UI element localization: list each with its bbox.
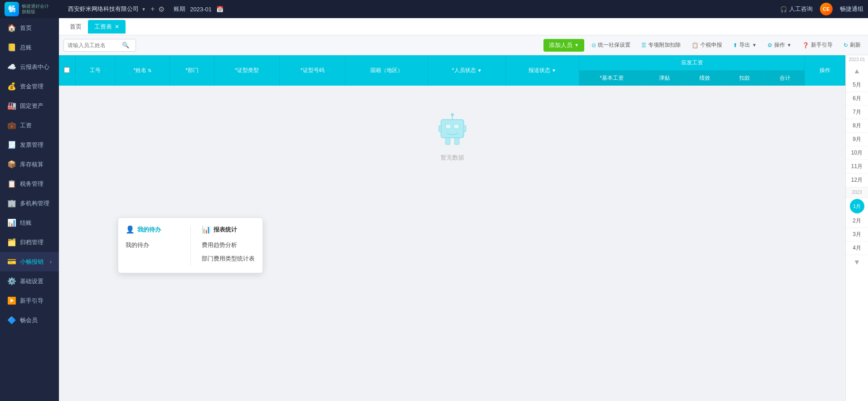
export-icon: ⬆: [733, 42, 737, 48]
tab-close-icon[interactable]: ✕: [115, 24, 119, 30]
sidebar-item-label: 新手引导: [20, 297, 44, 305]
sidebar-item-label: 畅会员: [20, 316, 38, 324]
sidebar-item-basic-settings[interactable]: ⚙️ 基础设置: [0, 271, 59, 291]
tab-home[interactable]: 首页: [63, 20, 88, 34]
user-avatar[interactable]: CE: [820, 3, 833, 15]
month-8[interactable]: 8月: [846, 119, 868, 133]
tab-salary-label: 工资表: [94, 23, 112, 31]
settlement-icon: 📊: [7, 218, 16, 227]
add-company-icon[interactable]: +: [150, 5, 155, 13]
month-3[interactable]: 3月: [846, 228, 868, 242]
month-10[interactable]: 10月: [846, 146, 868, 160]
settings-icon[interactable]: ⚙: [158, 5, 165, 14]
sidebar-item-label: 工资: [20, 121, 32, 130]
popup-col-pending: 👤 我的待办 我的待办: [126, 225, 179, 266]
guide-icon: ▶️: [7, 296, 16, 305]
month-5[interactable]: 5月: [846, 78, 868, 92]
th-deduction: 扣款: [725, 71, 765, 86]
refresh-btn[interactable]: ↻ 刷新: [841, 40, 863, 50]
ledger-icon: 📒: [7, 43, 16, 52]
search-icon[interactable]: 🔍: [122, 42, 129, 48]
cloud-report-icon: ☁️: [7, 63, 16, 71]
sidebar-item-home[interactable]: 🏠 首页: [0, 18, 59, 38]
logo-text: 畅捷通好会计 旗舰版: [22, 4, 49, 14]
th-employee-id: 工号: [75, 55, 115, 86]
sidebar-item-label: 库存核算: [20, 160, 44, 169]
operation-icon: ⚙: [767, 42, 772, 48]
popup-col-report: 📊 报表统计 费用趋势分析 部门费用类型统计表: [202, 225, 256, 266]
month-1-active[interactable]: 1月: [850, 199, 864, 213]
sidebar-item-cloud-report[interactable]: ☁️ 云报表中心: [0, 57, 59, 77]
new-guide-btn[interactable]: ❓ 新手引导: [800, 40, 835, 50]
th-personnel-status: *人员状态 ▼: [428, 55, 506, 86]
sidebar-item-fund[interactable]: 💰 资金管理: [0, 77, 59, 96]
th-id-number: *证型号码: [280, 55, 345, 86]
tab-bar: 首页 工资表 ✕: [59, 18, 868, 35]
period-label: 账期: [174, 5, 185, 13]
month-nav-up[interactable]: ▲: [851, 65, 863, 77]
month-2[interactable]: 2月: [846, 214, 868, 228]
archive-icon: 🗂️: [7, 238, 16, 246]
operation-btn[interactable]: ⚙ 操作 ▼: [765, 40, 794, 50]
sidebar-item-salary[interactable]: 💼 工资: [0, 116, 59, 135]
th-base-salary: *基本工资: [579, 71, 645, 86]
sidebar-item-settlement[interactable]: 📊 结账: [0, 213, 59, 232]
sidebar-item-label: 结账: [20, 219, 32, 227]
period-value: 2023-01: [190, 6, 212, 13]
sidebar-item-ledger[interactable]: 📒 总账: [0, 38, 59, 57]
month-12[interactable]: 12月: [846, 174, 868, 187]
right-sidebar: 2023.01 ▲ 5月 6月 7月 8月 9月 10月 11月 12月 202…: [845, 55, 868, 401]
svg-rect-3: [439, 126, 441, 132]
month-6[interactable]: 6月: [846, 92, 868, 106]
special-deduction-btn[interactable]: ☰ 专项附加扣除: [639, 40, 684, 50]
popup-link-dept-expense[interactable]: 部门费用类型统计表: [202, 252, 256, 266]
table-header-row1: 工号 *姓名 ⇅ *部门 *证型类型 *证型号码 国籍（地区） *人员状态 ▼ …: [59, 55, 845, 71]
salary-table: 工号 *姓名 ⇅ *部门 *证型类型 *证型号码 国籍（地区） *人员状态 ▼ …: [59, 55, 845, 86]
th-report-status: 报送状态 ▼: [506, 55, 579, 86]
add-person-button[interactable]: 添加人员 ▼: [543, 39, 584, 52]
service-btn[interactable]: 🎧 人工咨询: [780, 5, 813, 13]
sidebar-item-label: 归档管理: [20, 238, 44, 246]
sidebar-item-label: 固定资产: [20, 102, 44, 110]
export-btn[interactable]: ⬆ 导出 ▼: [730, 40, 759, 50]
th-allowance: 津贴: [645, 71, 684, 86]
sidebar-item-label: 基础设置: [20, 277, 44, 285]
toolbar-actions: ⊙ 统一社保设置 ☰ 专项附加扣除 📋 个税申报 ⬆ 导出 ▼ ⚙: [589, 40, 863, 50]
tax-declaration-btn[interactable]: 📋 个税申报: [689, 40, 725, 50]
sidebar-item-label: 发票管理: [20, 141, 44, 149]
right-date-top: 2023.01: [848, 55, 866, 64]
search-input[interactable]: [68, 42, 122, 48]
sidebar-item-label: 小畅报销: [20, 258, 44, 266]
basic-settings-icon: ⚙️: [7, 277, 16, 285]
svg-rect-5: [446, 138, 450, 145]
sidebar: 🏠 首页 📒 总账 ☁️ 云报表中心 💰 资金管理 🏭 固定资产 💼 工资 🧾 …: [0, 18, 59, 401]
sidebar-item-tax[interactable]: 📋 税务管理: [0, 174, 59, 193]
month-7[interactable]: 7月: [846, 106, 868, 119]
sidebar-item-guide[interactable]: ▶️ 新手引导: [0, 291, 59, 310]
select-all-checkbox[interactable]: [64, 67, 70, 73]
popup-section: 👤 我的待办 我的待办 📊 报表统计 费用趋势分析 部门费用类型统计表: [126, 225, 255, 266]
month-4[interactable]: 4月: [846, 242, 868, 255]
sidebar-item-multi-org[interactable]: 🏢 多机构管理: [0, 193, 59, 213]
operation-chevron-icon: ▼: [787, 43, 791, 48]
month-9[interactable]: 9月: [846, 133, 868, 146]
sidebar-item-invoice[interactable]: 🧾 发票管理: [0, 135, 59, 155]
th-id-type: *证型类型: [214, 55, 280, 86]
popup-link-my-pending[interactable]: 我的待办: [126, 238, 179, 252]
top-bar: 畅 畅捷通好会计 旗舰版 西安虾米网络科技有限公司 ▼ + ⚙ 账期 2023-…: [0, 0, 868, 18]
sidebar-item-expense[interactable]: 💳 小畅报销 ‹: [0, 252, 59, 271]
popup-link-expense-trend[interactable]: 费用趋势分析: [202, 238, 256, 252]
invoice-icon: 🧾: [7, 140, 16, 149]
sidebar-item-archive[interactable]: 🗂️ 归档管理: [0, 232, 59, 252]
month-nav-down[interactable]: ▼: [851, 256, 863, 269]
calendar-icon[interactable]: 📅: [216, 6, 223, 13]
tab-home-label: 首页: [70, 23, 82, 30]
social-security-btn[interactable]: ⊙ 统一社保设置: [589, 40, 633, 50]
company-selector[interactable]: 西安虾米网络科技有限公司 ▼: [68, 5, 146, 13]
sidebar-item-vip[interactable]: 🔷 畅会员: [0, 310, 59, 330]
sidebar-item-inventory[interactable]: 📦 库存核算: [0, 155, 59, 174]
th-performance: 绩效: [685, 71, 725, 86]
month-11[interactable]: 11月: [846, 160, 868, 174]
sidebar-item-fixed-assets[interactable]: 🏭 固定资产: [0, 96, 59, 116]
tab-salary[interactable]: 工资表 ✕: [88, 20, 126, 34]
